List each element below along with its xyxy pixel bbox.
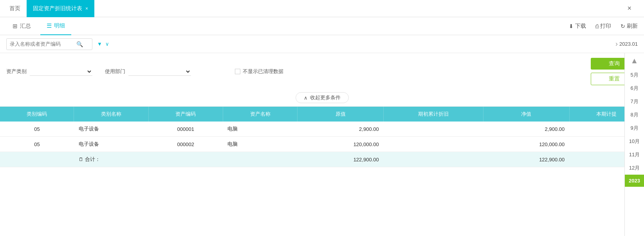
asset-type-field: 资产类别 bbox=[6, 67, 92, 76]
col-net-value: 净值 bbox=[483, 107, 569, 122]
download-btn[interactable]: ⬇ 下载 bbox=[569, 23, 586, 30]
top-nav: 首页 固定资产折旧统计表 × × bbox=[0, 0, 644, 17]
cell-cat-code: 05 bbox=[0, 137, 74, 152]
table-header-row: 类别编码 类别名称 资产编码 资产名称 原值 期初累计折旧 净值 本期计提 bbox=[0, 107, 644, 122]
exclude-cleared-label: 不显示已清理数据 bbox=[243, 68, 283, 75]
panel-up-arrow[interactable]: ▲ bbox=[631, 53, 639, 68]
table-wrap: 类别编码 类别名称 资产编码 资产名称 原值 期初累计折旧 净值 本期计提 05… bbox=[0, 107, 644, 236]
total-icon-cell bbox=[0, 152, 74, 167]
cell-net-value: 2,900.00 bbox=[483, 122, 569, 137]
exclude-cleared-checkbox[interactable] bbox=[235, 69, 240, 74]
tab-detail[interactable]: ☰ 明细 bbox=[40, 17, 71, 35]
month-list: 5月6月7月8月9月10月11月12月 bbox=[629, 68, 640, 175]
month-item[interactable]: 7月 bbox=[629, 95, 640, 108]
cell-asset-code: 000001 bbox=[148, 122, 223, 137]
collapse-label: 收起更多条件 bbox=[310, 94, 341, 101]
total-row: 🗒合计： 122,900.00 122,900.00 bbox=[0, 152, 644, 167]
cell-cat-name: 电子设备 bbox=[74, 122, 148, 137]
content-area: 资产类别 使用部门 不显示已清理数据 查询 重置 bbox=[0, 53, 644, 236]
dept-select[interactable] bbox=[128, 67, 191, 76]
col-original: 原值 bbox=[298, 107, 384, 122]
download-icon: ⬇ bbox=[569, 23, 574, 29]
tab-summary[interactable]: ⊞ 汇总 bbox=[6, 17, 37, 35]
refresh-btn[interactable]: ↻ 刷新 bbox=[621, 23, 638, 30]
detail-icon: ☰ bbox=[47, 22, 52, 29]
more-conditions-btn[interactable]: ▼ ∨ bbox=[97, 41, 109, 47]
cell-asset-code: 000002 bbox=[148, 137, 223, 152]
col-accum-dep: 期初累计折旧 bbox=[384, 107, 483, 122]
exclude-cleared-area: 不显示已清理数据 bbox=[235, 68, 283, 75]
main-table: 类别编码 类别名称 资产编码 资产名称 原值 期初累计折旧 净值 本期计提 05… bbox=[0, 107, 644, 167]
col-cat-code: 类别编码 bbox=[0, 107, 74, 122]
cell-original: 120,000.00 bbox=[298, 137, 384, 152]
search-input[interactable] bbox=[10, 41, 76, 47]
total-label-cell: 🗒合计： bbox=[74, 152, 223, 167]
right-panel: ▲ 5月6月7月8月9月10月11月12月 2023 bbox=[624, 53, 644, 236]
dept-field: 使用部门 bbox=[105, 67, 191, 76]
table-body: 05 电子设备 000001 电脑 2,900.00 2,900.00 05 电… bbox=[0, 122, 644, 167]
asset-type-select[interactable] bbox=[30, 67, 92, 76]
collapse-btn[interactable]: ∧ 收起更多条件 bbox=[296, 92, 349, 103]
month-item[interactable]: 11月 bbox=[629, 148, 640, 161]
active-tab[interactable]: 固定资产折旧统计表 × bbox=[27, 0, 94, 17]
download-label: 下载 bbox=[575, 23, 586, 30]
date-label: 2023.01 bbox=[619, 41, 638, 47]
cell-cat-name: 电子设备 bbox=[74, 137, 148, 152]
filter-icon: ▼ bbox=[97, 41, 102, 47]
tab-detail-label: 明细 bbox=[54, 22, 65, 29]
print-label: 打印 bbox=[600, 23, 611, 30]
col-cat-name: 类别名称 bbox=[74, 107, 148, 122]
dept-label: 使用部门 bbox=[105, 68, 125, 75]
main-content: 资产类别 使用部门 不显示已清理数据 查询 重置 bbox=[0, 53, 644, 236]
print-icon: ⎙ bbox=[595, 23, 599, 29]
window-close-btn[interactable]: × bbox=[621, 4, 638, 13]
search-icon[interactable]: 🔍 bbox=[76, 41, 83, 47]
col-asset-name: 资产名称 bbox=[223, 107, 297, 122]
search-input-wrap[interactable]: 🔍 bbox=[6, 38, 92, 50]
table-row: 05 电子设备 000002 电脑 120,000.00 120,000.00 bbox=[0, 137, 644, 152]
total-icon: 🗒 bbox=[79, 157, 83, 162]
filter-area: 资产类别 使用部门 不显示已清理数据 查询 重置 bbox=[0, 53, 644, 107]
summary-icon: ⊞ bbox=[13, 23, 18, 30]
month-item[interactable]: 8月 bbox=[629, 108, 640, 122]
total-original: 122,900.00 bbox=[298, 152, 384, 167]
cell-cat-code: 05 bbox=[0, 122, 74, 137]
collapse-icon: ∧ bbox=[304, 95, 308, 101]
year-label[interactable]: 2023 bbox=[625, 175, 644, 187]
cell-accum-dep bbox=[384, 122, 483, 137]
col-asset-code: 资产编码 bbox=[148, 107, 223, 122]
chevron-down-icon: ∨ bbox=[105, 41, 109, 47]
cell-accum-dep bbox=[384, 137, 483, 152]
asset-type-label: 资产类别 bbox=[6, 68, 27, 75]
home-nav[interactable]: 首页 bbox=[6, 5, 23, 12]
cell-asset-name: 电脑 bbox=[223, 137, 297, 152]
toolbar-right: ⬇ 下载 ⎙ 打印 ↻ 刷新 bbox=[569, 23, 638, 30]
cell-original: 2,900.00 bbox=[298, 122, 384, 137]
tab-close-btn[interactable]: × bbox=[85, 6, 88, 11]
month-item[interactable]: 5月 bbox=[629, 68, 640, 82]
collapse-bar: ∧ 收起更多条件 bbox=[6, 90, 638, 106]
month-item[interactable]: 12月 bbox=[629, 161, 640, 175]
total-accum-dep bbox=[384, 152, 483, 167]
print-btn[interactable]: ⎙ 打印 bbox=[595, 23, 611, 30]
cell-asset-name: 电脑 bbox=[223, 122, 297, 137]
month-item[interactable]: 9月 bbox=[629, 122, 640, 135]
panel-arrow-btn[interactable]: › 2023.01 bbox=[615, 40, 638, 48]
search-bar: 🔍 ▼ ∨ › 2023.01 bbox=[0, 35, 644, 53]
cell-net-value: 120,000.00 bbox=[483, 137, 569, 152]
tab-summary-label: 汇总 bbox=[20, 23, 31, 30]
total-net-value: 122,900.00 bbox=[483, 152, 569, 167]
table-row: 05 电子设备 000001 电脑 2,900.00 2,900.00 bbox=[0, 122, 644, 137]
refresh-label: 刷新 bbox=[627, 23, 638, 30]
sub-tabs-bar: ⊞ 汇总 ☰ 明细 ⬇ 下载 ⎙ 打印 ↻ 刷新 bbox=[0, 17, 644, 35]
month-item[interactable]: 10月 bbox=[629, 135, 640, 148]
tab-label: 固定资产折旧统计表 bbox=[33, 5, 82, 12]
month-item[interactable]: 6月 bbox=[629, 82, 640, 95]
filter-row: 资产类别 使用部门 不显示已清理数据 查询 重置 bbox=[6, 58, 638, 85]
refresh-icon: ↻ bbox=[621, 23, 625, 29]
chevron-right-icon: › bbox=[615, 40, 618, 48]
